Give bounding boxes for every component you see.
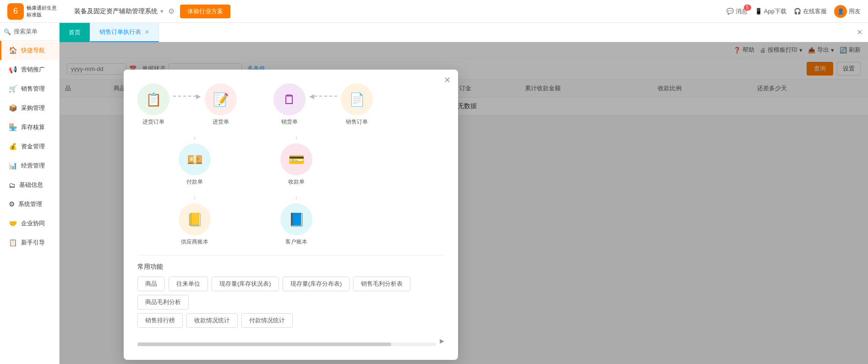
modal-overlay[interactable]: ✕ 📋 进货订单 ▶ <box>60 42 868 364</box>
service-icon: 🎧 <box>794 8 801 15</box>
tab-bar-close[interactable]: ✕ <box>857 28 863 37</box>
tab-bar: 首页 销售订单执行表 ✕ ✕ <box>60 23 868 42</box>
logo-area: 6 畅康通好生意 标准版 <box>7 3 67 20</box>
sidebar-search[interactable]: 🔍 搜索菜单 <box>0 23 59 41</box>
sidebar-item-quick[interactable]: 🏠 快捷导航 <box>0 41 59 60</box>
sidebar-item-label: 基础信息 <box>19 181 43 189</box>
logo-icon: 6 <box>7 3 24 20</box>
sidebar-item-operations[interactable]: 📊 经营管理 <box>0 156 59 175</box>
func-buttons-row2: 销售排行榜 收款情况统计 付款情况统计 <box>137 313 444 328</box>
tab-sales-exec-label: 销售订单执行表 <box>99 28 141 36</box>
message-icon: 💬 <box>726 8 734 15</box>
system-dropdown-icon[interactable]: ▾ <box>160 8 164 15</box>
flow-customer-ledger[interactable]: 📘 <box>280 203 312 235</box>
sidebar-item-label: 营销推广 <box>21 65 45 74</box>
search-label: 搜索菜单 <box>14 27 38 36</box>
flow-purchase-bill[interactable]: 📝 <box>205 83 237 115</box>
sidebar-item-base[interactable]: 🗂 基础信息 <box>0 175 59 195</box>
content-main: ❓ 帮助 🖨 按模板打印 ▾ 📤 导出 ▾ 🔄 <box>60 42 868 364</box>
sales-icon: 🛒 <box>9 85 17 93</box>
func-btn-sales-profit[interactable]: 销售毛利分析表 <box>353 277 410 291</box>
func-btn-payment-stat[interactable]: 付款情况统计 <box>241 313 293 328</box>
purchase-icon: 📦 <box>9 104 17 112</box>
sidebar-item-enterprise[interactable]: 🤝 企业协同 <box>0 214 59 233</box>
flow-sales-bill[interactable]: 🗒 <box>273 83 306 115</box>
modal-box: ✕ 📋 进货订单 ▶ <box>124 70 458 360</box>
func-btn-sales-rank[interactable]: 销售排行榜 <box>137 313 183 328</box>
trial-button-wrapper: 体验行业方案 <box>180 5 230 18</box>
func-btn-stock-dist[interactable]: 现存量(库存分布表) <box>283 277 350 291</box>
func-buttons: 商品 往来单位 现存量(库存状况表) 现存量(库存分布表) 销售毛利分析表 商品… <box>137 277 444 310</box>
content-area: 首页 销售订单执行表 ✕ ✕ ❓ 帮助 🖨 按 <box>60 23 868 364</box>
sidebar-item-newbie[interactable]: 📋 新手引导 <box>0 233 59 252</box>
sidebar-item-label: 经营管理 <box>21 162 45 170</box>
system-info: 装备及固定资产辅助管理系统 ▾ ⚙ 体验行业方案 <box>67 5 726 18</box>
flow-purchase-order[interactable]: 📋 <box>137 83 169 115</box>
flow-payment-bill[interactable]: 💴 <box>179 143 211 175</box>
flow-purchase-bill-label: 进货单 <box>213 118 229 126</box>
sidebar: 🔍 搜索菜单 🏠 快捷导航 📢 营销推广 🛒 销售管理 📦 采购管理 🏪 <box>0 23 60 364</box>
scroll-right-icon[interactable]: ▶ <box>440 337 444 344</box>
inventory-icon: 🏪 <box>9 123 17 131</box>
topbar-right: 💬 消息 5 📱 App下载 🎧 在线客服 👤 用友 <box>726 5 861 18</box>
marketing-icon: 📢 <box>9 65 17 74</box>
app-icon: 📱 <box>755 8 762 15</box>
tab-home[interactable]: 首页 <box>60 23 90 42</box>
flow-sales-bill-label: 销货单 <box>281 118 298 126</box>
flow-purchase-order-label: 进货订单 <box>142 118 164 126</box>
home-icon: 🏠 <box>9 46 17 54</box>
logo-text: 畅康通好生意 标准版 <box>27 5 57 18</box>
sidebar-item-finance[interactable]: 💰 资金管理 <box>0 137 59 156</box>
message-badge: 5 <box>744 5 751 11</box>
flow-supplier-label: 供应商账本 <box>181 238 208 246</box>
sidebar-item-label: 快捷导航 <box>21 46 45 54</box>
tab-home-label: 首页 <box>69 28 81 37</box>
sidebar-item-label: 库存核算 <box>21 123 45 131</box>
sidebar-item-purchase[interactable]: 📦 采购管理 <box>0 98 59 118</box>
scrollbar-thumb <box>137 342 391 346</box>
tab-sales-exec[interactable]: 销售订单执行表 ✕ <box>90 23 159 42</box>
flow-receipt-bill[interactable]: 💳 <box>280 143 312 175</box>
flow-receipt-label: 收款单 <box>288 178 305 186</box>
sidebar-item-label: 资金管理 <box>21 142 45 151</box>
operations-icon: 📊 <box>9 162 17 170</box>
app-download-button[interactable]: 📱 App下载 <box>755 7 786 16</box>
user-name: 用友 <box>849 7 861 16</box>
modal-close-button[interactable]: ✕ <box>444 75 451 85</box>
online-service-button[interactable]: 🎧 在线客服 <box>794 7 827 16</box>
modal-scrollbar[interactable] <box>137 342 436 346</box>
common-title: 常用功能 <box>137 263 444 271</box>
finance-icon: 💰 <box>9 142 17 151</box>
func-btn-product-profit[interactable]: 商品毛利分析 <box>137 295 189 310</box>
sidebar-item-label: 新手引导 <box>21 239 45 247</box>
sidebar-item-label: 系统管理 <box>18 200 42 208</box>
func-btn-stock-status[interactable]: 现存量(库存状况表) <box>212 277 279 291</box>
sidebar-item-label: 企业协同 <box>21 219 45 228</box>
flow-payment-label: 付款单 <box>186 178 203 186</box>
sidebar-item-label: 销售管理 <box>21 85 45 93</box>
sidebar-item-label: 采购管理 <box>21 104 45 112</box>
func-btn-receipt-stat[interactable]: 收款情况统计 <box>186 313 238 328</box>
flow-sales-order-label: 销售订单 <box>346 118 368 126</box>
flow-customer-label: 客户账本 <box>285 238 307 246</box>
trial-button[interactable]: 体验行业方案 <box>180 5 230 18</box>
func-btn-partner[interactable]: 往来单位 <box>169 277 208 291</box>
user-menu[interactable]: 👤 用友 <box>834 5 861 18</box>
enterprise-icon: 🤝 <box>9 219 17 228</box>
base-icon: 🗂 <box>9 181 16 189</box>
tab-close-icon[interactable]: ✕ <box>145 29 149 35</box>
flow-supplier-ledger[interactable]: 📒 <box>179 203 211 235</box>
sidebar-item-marketing[interactable]: 📢 营销推广 <box>0 60 59 79</box>
sidebar-item-inventory[interactable]: 🏪 库存核算 <box>0 118 59 137</box>
flow-sales-order[interactable]: 📄 <box>341 83 373 115</box>
common-functions: 常用功能 商品 往来单位 现存量(库存状况表) 现存量(库存分布表) 销售毛利分… <box>137 255 444 328</box>
newbie-icon: 📋 <box>9 239 17 247</box>
search-icon: 🔍 <box>4 28 11 35</box>
system-settings-icon[interactable]: ⚙ <box>168 7 175 16</box>
system-name: 装备及固定资产辅助管理系统 <box>74 7 158 16</box>
system-icon: ⚙ <box>9 200 15 208</box>
sidebar-item-system[interactable]: ⚙ 系统管理 <box>0 195 59 214</box>
func-btn-product[interactable]: 商品 <box>137 277 165 291</box>
sidebar-item-sales[interactable]: 🛒 销售管理 <box>0 79 59 98</box>
message-button[interactable]: 💬 消息 5 <box>726 7 748 16</box>
